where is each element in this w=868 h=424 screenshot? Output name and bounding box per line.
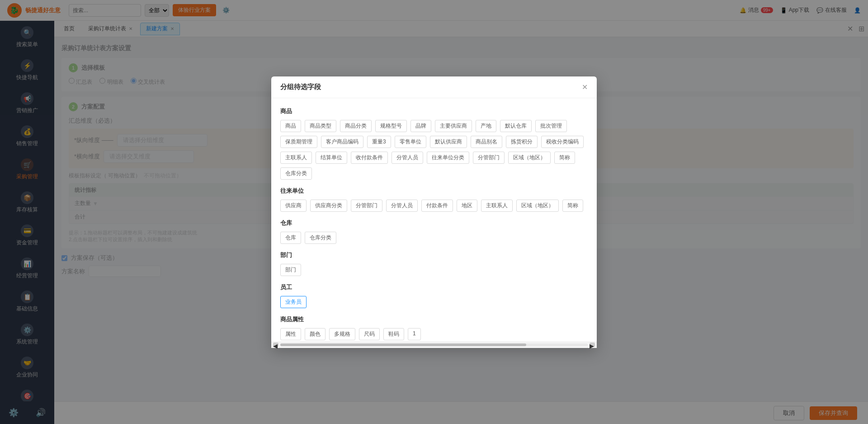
- field-tag-partner-0[interactable]: 供应商: [280, 200, 307, 212]
- section-title-warehouse: 仓库: [280, 219, 588, 227]
- field-tag-goods-7[interactable]: 默认仓库: [500, 120, 532, 132]
- field-tag-goods-13[interactable]: 默认供应商: [430, 136, 467, 148]
- field-tag-goods-12[interactable]: 零售单位: [395, 136, 426, 148]
- field-tag-goods-25[interactable]: 仓库分类: [280, 167, 312, 180]
- field-tag-partner-6[interactable]: 主联系人: [481, 200, 513, 212]
- section-title-product-attr: 商品属性: [280, 315, 588, 324]
- field-tag-attr-1[interactable]: 颜色: [305, 328, 326, 340]
- field-tag-goods-10[interactable]: 客户商品编码: [321, 136, 363, 148]
- field-tag-goods-1[interactable]: 商品类型: [305, 120, 336, 132]
- field-tag-goods-14[interactable]: 商品别名: [471, 136, 502, 148]
- field-tag-partner-3[interactable]: 分管人员: [386, 200, 418, 212]
- field-group-employee: 业务员: [280, 296, 588, 308]
- field-tag-goods-6[interactable]: 产地: [476, 120, 496, 132]
- field-tag-employee-0[interactable]: 业务员: [280, 296, 307, 308]
- field-group-goods: 商品 商品类型 商品分类 规格型号 品牌 主要供应商 产地 默认仓库 批次管理 …: [280, 120, 588, 180]
- field-tag-partner-4[interactable]: 付款条件: [421, 200, 453, 212]
- field-tag-attr-3[interactable]: 尺码: [359, 328, 380, 340]
- field-tag-attr-5[interactable]: 1: [408, 328, 421, 340]
- field-tag-attr-2[interactable]: 多规格: [329, 328, 355, 340]
- field-tag-goods-3[interactable]: 规格型号: [375, 120, 407, 132]
- field-group-partner: 供应商 供应商分类 分管部门 分管人员 付款条件 地区 主联系人 区域（地区） …: [280, 200, 588, 212]
- field-tag-goods-23[interactable]: 区域（地区）: [508, 152, 551, 164]
- field-tag-goods-20[interactable]: 分管人员: [392, 152, 423, 164]
- section-title-department: 部门: [280, 251, 588, 259]
- field-tag-goods-4[interactable]: 品牌: [410, 120, 431, 132]
- hscroll-left-btn[interactable]: ◀: [273, 343, 278, 347]
- field-group-warehouse: 仓库 仓库分类: [280, 232, 588, 244]
- field-tag-goods-0[interactable]: 商品: [280, 120, 301, 132]
- hscroll-track: [280, 343, 588, 346]
- dialog-header: 分组待选字段 ✕: [271, 76, 597, 98]
- hscroll-right-btn[interactable]: ▶: [590, 343, 595, 347]
- field-tag-goods-22[interactable]: 分管部门: [473, 152, 505, 164]
- field-group-product-attr: 属性 颜色 多规格 尺码 鞋码 1: [280, 328, 588, 340]
- section-title-employee: 员工: [280, 283, 588, 291]
- dialog-close-btn[interactable]: ✕: [582, 83, 588, 91]
- field-tag-warehouse-0[interactable]: 仓库: [280, 232, 301, 244]
- field-tag-goods-8[interactable]: 批次管理: [535, 120, 567, 132]
- field-tag-goods-9[interactable]: 保质期管理: [280, 136, 317, 148]
- field-tag-attr-0[interactable]: 属性: [280, 328, 301, 340]
- field-tag-department-0[interactable]: 部门: [280, 264, 301, 276]
- field-selection-dialog: 分组待选字段 ✕ 商品 商品 商品类型 商品分类 规格型号 品牌 主要供应商 产…: [271, 76, 597, 348]
- field-tag-goods-5[interactable]: 主要供应商: [435, 120, 472, 132]
- field-tag-partner-7[interactable]: 区域（地区）: [516, 200, 559, 212]
- field-tag-partner-1[interactable]: 供应商分类: [310, 200, 347, 212]
- field-tag-partner-8[interactable]: 简称: [562, 200, 583, 212]
- field-tag-goods-18[interactable]: 结算单位: [316, 152, 347, 164]
- section-title-goods: 商品: [280, 107, 588, 115]
- hscroll-thumb: [280, 343, 526, 346]
- field-tag-goods-16[interactable]: 税收分类编码: [541, 136, 584, 148]
- field-tag-attr-4[interactable]: 鞋码: [383, 328, 404, 340]
- field-tag-partner-2[interactable]: 分管部门: [351, 200, 382, 212]
- field-tag-warehouse-1[interactable]: 仓库分类: [305, 232, 336, 244]
- field-tag-goods-11[interactable]: 重量3: [367, 136, 391, 148]
- section-title-partner: 往来单位: [280, 187, 588, 195]
- field-group-department: 部门: [280, 264, 588, 276]
- field-tag-goods-24[interactable]: 简称: [554, 152, 575, 164]
- field-tag-goods-17[interactable]: 主联系人: [280, 152, 312, 164]
- field-tag-goods-15[interactable]: 拣货积分: [506, 136, 538, 148]
- dialog-hscroll[interactable]: ◀ ▶: [271, 342, 597, 348]
- field-tag-goods-21[interactable]: 往来单位分类: [427, 152, 469, 164]
- dialog-body: 商品 商品 商品类型 商品分类 规格型号 品牌 主要供应商 产地 默认仓库 批次…: [271, 98, 597, 342]
- field-tag-partner-5[interactable]: 地区: [457, 200, 477, 212]
- field-tag-goods-2[interactable]: 商品分类: [340, 120, 372, 132]
- field-tag-goods-19[interactable]: 收付款条件: [351, 152, 388, 164]
- dialog-title: 分组待选字段: [280, 83, 321, 91]
